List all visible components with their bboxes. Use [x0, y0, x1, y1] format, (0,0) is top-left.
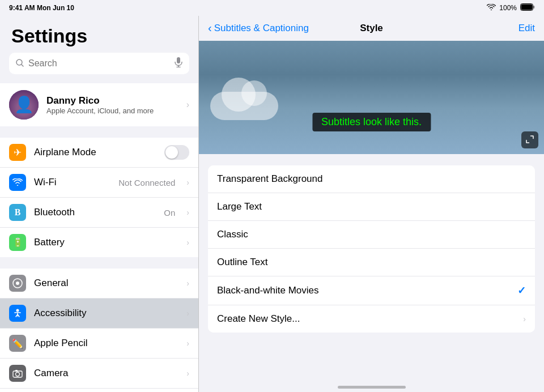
svg-rect-5 [177, 57, 180, 63]
top-nav: ‹ Subtitles & Captioning Style Edit [199, 16, 544, 41]
svg-rect-2 [533, 6, 535, 8]
settings-item-airplane-mode[interactable]: ✈ Airplane Mode [0, 138, 198, 168]
svg-point-12 [16, 372, 20, 376]
bluetooth-icon: B [9, 204, 26, 221]
status-bar: 9:41 AM Mon Jun 10 100% [0, 0, 544, 16]
airplane-mode-toggle[interactable] [164, 145, 189, 160]
battery-label: Battery [34, 237, 178, 248]
subtitle-caption: Subtitles look like this. [312, 113, 431, 131]
bw-movies-checkmark-icon: ✓ [517, 284, 526, 297]
apple-pencil-chevron-icon: › [186, 339, 189, 348]
bluetooth-chevron-icon: › [186, 208, 189, 217]
settings-item-wifi[interactable]: Wi-Fi Not Connected › [0, 168, 198, 198]
create-new-style-label: Create New Style... [217, 313, 300, 325]
general-chevron-icon: › [186, 279, 189, 288]
battery-settings-icon: 🔋 [9, 234, 26, 251]
svg-point-9 [16, 282, 19, 285]
settings-item-camera[interactable]: Camera › [0, 359, 198, 389]
settings-item-apple-pencil[interactable]: ✏️ Apple Pencil › [0, 329, 198, 359]
style-item-bw-movies[interactable]: Black-and-white Movies ✓ [208, 276, 535, 305]
style-item-transparent-bg[interactable]: Transparent Background [208, 165, 535, 193]
account-name: Danny Rico [46, 95, 154, 106]
settings-item-control-center[interactable]: Control Center › [0, 389, 198, 392]
wifi-icon [487, 4, 496, 12]
right-panel: ‹ Subtitles & Captioning Style Edit Subt… [199, 16, 544, 392]
wifi-chevron-icon: › [186, 178, 189, 187]
search-input[interactable] [28, 58, 170, 69]
expand-button[interactable] [521, 131, 538, 148]
svg-point-10 [16, 309, 19, 312]
general-icon [9, 275, 26, 292]
bluetooth-value: On [164, 208, 175, 218]
airplane-mode-label: Airplane Mode [34, 147, 156, 158]
transparent-bg-label: Transparent Background [217, 173, 322, 185]
settings-item-accessibility[interactable]: Accessibility › [0, 299, 198, 329]
home-bar [338, 386, 406, 389]
back-chevron-icon: ‹ [208, 22, 212, 35]
battery-icon [520, 3, 535, 13]
style-item-create-new[interactable]: Create New Style... › [208, 305, 535, 333]
microphone-icon [175, 57, 182, 70]
wifi-label: Wi-Fi [34, 177, 110, 188]
wifi-value: Not Connected [118, 178, 175, 188]
account-row[interactable]: Danny Rico Apple Account, iCloud, and mo… [0, 83, 198, 126]
battery-chevron-icon: › [186, 238, 189, 247]
style-item-classic[interactable]: Classic [208, 221, 535, 249]
sidebar: Settings [0, 16, 198, 392]
style-item-outline-text[interactable]: Outline Text [208, 249, 535, 276]
main-layout: Settings [0, 16, 544, 392]
airplane-mode-icon: ✈ [9, 144, 26, 161]
create-new-style-chevron-icon: › [523, 314, 526, 323]
wifi-settings-icon [9, 174, 26, 191]
large-text-label: Large Text [217, 201, 262, 212]
home-indicator [199, 381, 544, 392]
status-icons: 100% [487, 3, 535, 13]
settings-group-network: ✈ Airplane Mode Wi-Fi Not Connected › [0, 138, 198, 257]
bw-movies-label: Black-and-white Movies [217, 285, 319, 296]
style-list: Transparent Background Large Text Classi… [199, 154, 544, 381]
camera-label: Camera [34, 368, 178, 379]
svg-rect-1 [521, 5, 533, 10]
apple-pencil-icon: ✏️ [9, 335, 26, 352]
style-item-large-text[interactable]: Large Text [208, 193, 535, 221]
general-label: General [34, 278, 178, 289]
svg-line-4 [22, 65, 23, 66]
apple-pencil-label: Apple Pencil [34, 338, 178, 349]
cloud-decoration [210, 92, 278, 120]
settings-group-apps: General › Accessibility › ✏️ [0, 269, 198, 392]
expand-icon [526, 135, 534, 145]
bluetooth-label: Bluetooth [34, 207, 156, 218]
settings-item-bluetooth[interactable]: B Bluetooth On › [0, 198, 198, 228]
nav-back-button[interactable]: ‹ Subtitles & Captioning [208, 22, 309, 35]
classic-label: Classic [217, 229, 248, 240]
accessibility-label: Accessibility [34, 308, 178, 319]
search-bar[interactable] [9, 53, 189, 74]
settings-item-general[interactable]: General › [0, 269, 198, 299]
svg-rect-13 [15, 370, 18, 372]
nav-back-label: Subtitles & Captioning [214, 23, 309, 34]
camera-chevron-icon: › [186, 369, 189, 378]
style-options-group: Transparent Background Large Text Classi… [208, 165, 535, 333]
avatar [9, 90, 39, 120]
status-time: 9:41 AM Mon Jun 10 [9, 4, 74, 12]
outline-text-label: Outline Text [217, 257, 267, 268]
account-subtitle: Apple Account, iCloud, and more [46, 106, 154, 115]
accessibility-icon [9, 305, 26, 322]
account-chevron-icon: › [186, 100, 189, 110]
settings-item-battery[interactable]: 🔋 Battery › [0, 228, 198, 257]
nav-title: Style [360, 23, 383, 34]
nav-edit-button[interactable]: Edit [518, 23, 535, 34]
settings-title: Settings [0, 16, 198, 53]
accessibility-chevron-icon: › [186, 309, 189, 318]
search-icon [16, 59, 24, 69]
camera-icon [9, 365, 26, 382]
subtitle-preview: Subtitles look like this. [199, 41, 544, 154]
battery-percent: 100% [499, 4, 517, 12]
